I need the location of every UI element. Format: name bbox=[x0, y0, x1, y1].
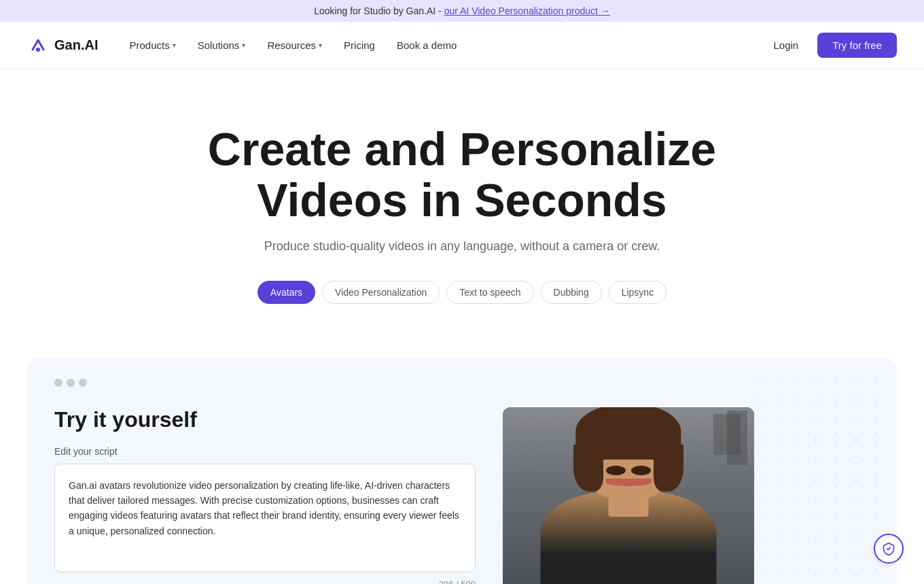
demo-title: Try it yourself bbox=[54, 407, 476, 432]
nav-products[interactable]: Products ▾ bbox=[120, 34, 185, 56]
demo-left-panel: Try it yourself Edit your script Gan.ai … bbox=[54, 407, 476, 584]
logo-icon bbox=[27, 35, 49, 56]
logo-text: Gan.AI bbox=[54, 37, 98, 53]
shield-icon bbox=[882, 542, 895, 555]
window-dot-1 bbox=[54, 379, 63, 387]
nav-resources[interactable]: Resources ▾ bbox=[257, 34, 332, 56]
char-count: 286 / 500 bbox=[54, 579, 476, 584]
navbar-left: Gan.AI Products ▾ Solutions ▾ Resources … bbox=[27, 34, 466, 56]
nav-solutions[interactable]: Solutions ▾ bbox=[188, 34, 255, 56]
shield-badge[interactable] bbox=[874, 534, 904, 564]
nav-links: Products ▾ Solutions ▾ Resources ▾ Prici… bbox=[120, 34, 466, 56]
banner-text: Looking for Studio by Gan.AI - bbox=[314, 5, 444, 16]
tab-avatars[interactable]: Avatars bbox=[257, 281, 315, 304]
nav-pricing[interactable]: Pricing bbox=[334, 34, 385, 56]
window-dots bbox=[54, 379, 870, 387]
hero-section: Create and Personalize Videos in Seconds… bbox=[0, 69, 924, 358]
hero-headline: Create and Personalize Videos in Seconds bbox=[190, 124, 734, 226]
tab-pills: Avatars Video Personalization Text to sp… bbox=[14, 281, 910, 304]
tab-text-to-speech[interactable]: Text to speech bbox=[446, 281, 533, 304]
video-preview bbox=[503, 407, 754, 584]
navbar: Gan.AI Products ▾ Solutions ▾ Resources … bbox=[0, 22, 924, 69]
demo-edit-label: Edit your script bbox=[54, 446, 476, 457]
navbar-right: Login Try for free bbox=[763, 33, 898, 58]
tab-video-personalization[interactable]: Video Personalization bbox=[322, 281, 440, 304]
chevron-down-icon: ▾ bbox=[319, 41, 322, 49]
script-content: Gan.ai avatars revolutionize video perso… bbox=[69, 480, 459, 536]
script-textbox[interactable]: Gan.ai avatars revolutionize video perso… bbox=[54, 464, 476, 572]
try-free-button[interactable]: Try for free bbox=[817, 33, 897, 58]
tab-lipsync[interactable]: Lipsync bbox=[609, 281, 667, 304]
chevron-down-icon: ▾ bbox=[242, 41, 245, 49]
login-button[interactable]: Login bbox=[763, 34, 810, 56]
window-dot-2 bbox=[67, 379, 75, 387]
tab-dubbing[interactable]: Dubbing bbox=[541, 281, 602, 304]
window-dot-3 bbox=[79, 379, 87, 387]
banner-link[interactable]: our AI Video Personalization product → bbox=[444, 5, 610, 16]
demo-content: Try it yourself Edit your script Gan.ai … bbox=[54, 407, 870, 584]
demo-right-panel bbox=[503, 407, 754, 584]
top-banner: Looking for Studio by Gan.AI - our AI Vi… bbox=[0, 0, 924, 22]
hero-subtext: Produce studio-quality videos in any lan… bbox=[14, 239, 910, 254]
svg-point-0 bbox=[36, 48, 40, 52]
chevron-down-icon: ▾ bbox=[173, 41, 176, 49]
nav-book-demo[interactable]: Book a demo bbox=[387, 34, 466, 56]
video-inner bbox=[503, 407, 754, 584]
logo[interactable]: Gan.AI bbox=[27, 35, 98, 56]
demo-card: Try it yourself Edit your script Gan.ai … bbox=[27, 358, 897, 584]
